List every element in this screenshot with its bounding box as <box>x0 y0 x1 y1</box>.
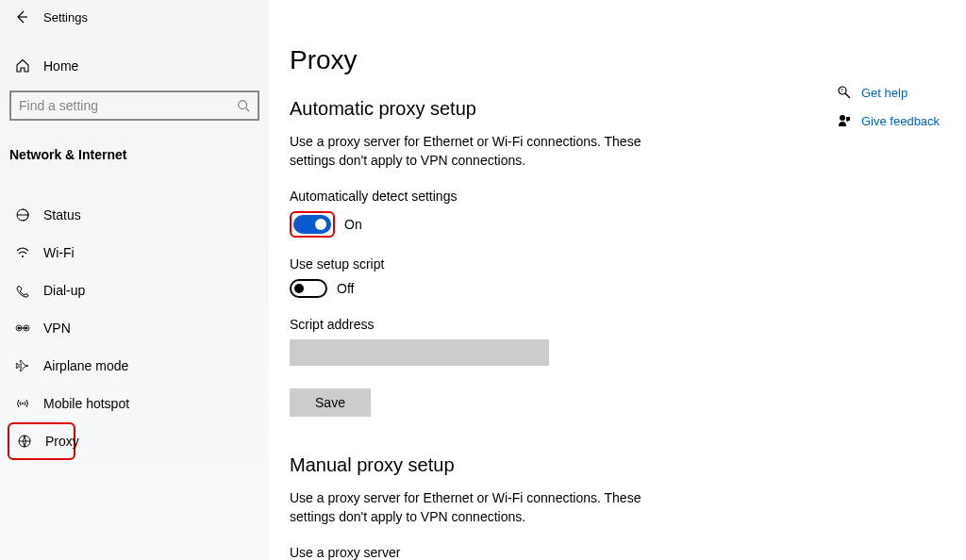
vpn-icon <box>15 321 30 336</box>
wifi-icon <box>15 245 30 260</box>
give-feedback-link[interactable]: Give feedback <box>837 113 959 128</box>
svg-point-0 <box>239 101 247 109</box>
svg-point-7 <box>22 403 24 404</box>
manual-section-desc: Use a proxy server for Ethernet or Wi-Fi… <box>290 489 648 526</box>
sidebar-item-label: Dial-up <box>43 283 85 298</box>
sidebar-item-wifi[interactable]: Wi-Fi <box>0 234 269 272</box>
search-box[interactable] <box>9 91 259 121</box>
proxy-icon <box>17 434 32 449</box>
get-help-link[interactable]: ? Get help <box>837 85 959 100</box>
sidebar-section-header: Network & Internet <box>0 138 269 172</box>
script-address-label: Script address <box>290 317 837 332</box>
sidebar-item-label: Status <box>43 207 81 222</box>
manual-section-title: Manual proxy setup <box>290 454 837 476</box>
sidebar-item-label: Airplane mode <box>43 358 128 373</box>
sidebar-item-proxy[interactable]: Proxy <box>8 422 75 460</box>
nav-home[interactable]: Home <box>0 47 269 85</box>
auto-section-title: Automatic proxy setup <box>290 98 837 120</box>
search-input[interactable] <box>19 98 237 113</box>
save-button[interactable]: Save <box>290 388 371 417</box>
page-title: Proxy <box>290 45 837 75</box>
back-button[interactable] <box>11 8 30 26</box>
auto-section-desc: Use a proxy server for Ethernet or Wi-Fi… <box>290 133 648 170</box>
sidebar-item-label: Wi-Fi <box>43 245 75 260</box>
sidebar-item-label: Mobile hotspot <box>43 396 129 411</box>
search-icon <box>237 99 250 112</box>
airplane-icon <box>15 358 30 373</box>
help-icon: ? <box>837 85 852 100</box>
nav-home-label: Home <box>43 58 78 74</box>
feedback-link-label: Give feedback <box>861 114 940 128</box>
svg-point-11 <box>840 115 845 121</box>
arrow-left-icon <box>13 9 28 25</box>
hotspot-icon <box>15 396 30 411</box>
auto-detect-toggle[interactable] <box>293 215 331 234</box>
status-icon <box>15 207 30 222</box>
setup-script-state: Off <box>337 281 354 296</box>
sidebar-item-dialup[interactable]: Dial-up <box>0 272 269 309</box>
auto-detect-state: On <box>344 217 362 232</box>
sidebar-item-airplane[interactable]: Airplane mode <box>0 347 269 385</box>
setup-script-toggle[interactable] <box>290 279 327 298</box>
sidebar-item-label: VPN <box>43 321 71 336</box>
feedback-icon <box>837 113 852 128</box>
svg-point-2 <box>22 255 24 257</box>
help-link-label: Get help <box>861 86 908 100</box>
use-proxy-label: Use a proxy server <box>290 545 837 560</box>
setup-script-label: Use setup script <box>290 256 837 272</box>
sidebar-item-vpn[interactable]: VPN <box>0 309 269 347</box>
dialup-icon <box>15 283 30 298</box>
svg-text:?: ? <box>841 88 843 93</box>
sidebar-item-hotspot[interactable]: Mobile hotspot <box>0 385 269 422</box>
sidebar-item-label: Proxy <box>45 434 79 449</box>
auto-detect-label: Automatically detect settings <box>290 189 837 204</box>
home-icon <box>15 58 30 74</box>
sidebar-item-status[interactable]: Status <box>0 196 269 234</box>
script-address-input[interactable] <box>290 339 549 366</box>
app-title: Settings <box>43 10 88 25</box>
